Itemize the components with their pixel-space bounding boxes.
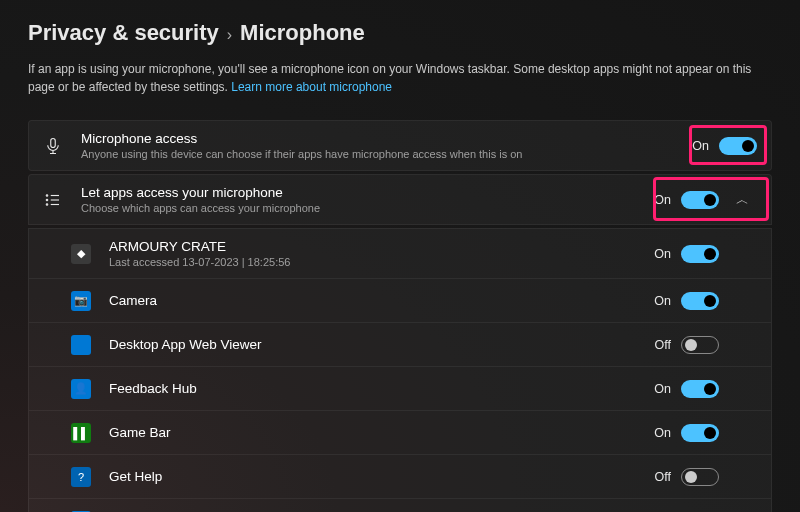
app-toggle[interactable] — [681, 336, 719, 354]
app-toggle[interactable] — [681, 380, 719, 398]
list-icon — [43, 190, 63, 210]
page-description: If an app is using your microphone, you'… — [28, 60, 772, 96]
app-toggle[interactable] — [681, 292, 719, 310]
svg-rect-0 — [51, 138, 56, 147]
app-row[interactable]: ?Get HelpOff — [28, 455, 772, 499]
app-row[interactable]: ◆ARMOURY CRATELast accessed 13-07-2023 |… — [28, 228, 772, 279]
app-name: Game Bar — [109, 425, 654, 440]
app-access-sub: Choose which apps can access your microp… — [81, 202, 654, 214]
app-icon: ▌▌ — [71, 423, 91, 443]
app-list: ◆ARMOURY CRATELast accessed 13-07-2023 |… — [28, 228, 772, 512]
mic-access-title: Microphone access — [81, 131, 692, 146]
app-state: On — [654, 426, 671, 440]
breadcrumb-current: Microphone — [240, 20, 365, 46]
app-state: Off — [655, 470, 671, 484]
chevron-up-icon[interactable]: ︿ — [727, 191, 757, 209]
app-state: On — [654, 294, 671, 308]
app-toggle[interactable] — [681, 245, 719, 263]
breadcrumb: Privacy & security › Microphone — [28, 20, 772, 46]
app-row[interactable]: ▌▌Game BarOn — [28, 411, 772, 455]
mic-access-state: On — [692, 139, 709, 153]
app-name: ARMOURY CRATE — [109, 239, 654, 254]
microphone-access-row[interactable]: Microphone access Anyone using this devi… — [28, 120, 772, 171]
app-access-state: On — [654, 193, 671, 207]
mic-access-sub: Anyone using this device can choose if t… — [81, 148, 692, 160]
app-row[interactable]: Desktop App Web ViewerOff — [28, 323, 772, 367]
svg-point-1 — [46, 194, 48, 196]
app-toggle[interactable] — [681, 468, 719, 486]
app-access-toggle[interactable] — [681, 191, 719, 209]
app-icon: 👤 — [71, 379, 91, 399]
app-icon: 📷 — [71, 291, 91, 311]
microphone-icon — [43, 136, 63, 156]
app-sub: Last accessed 13-07-2023 | 18:25:56 — [109, 256, 654, 268]
app-name: Desktop App Web Viewer — [109, 337, 655, 352]
app-access-title: Let apps access your microphone — [81, 185, 654, 200]
app-toggle[interactable] — [681, 424, 719, 442]
app-name: Feedback Hub — [109, 381, 654, 396]
svg-point-5 — [46, 203, 48, 205]
app-access-row[interactable]: Let apps access your microphone Choose w… — [28, 174, 772, 225]
breadcrumb-parent[interactable]: Privacy & security — [28, 20, 219, 46]
app-row[interactable]: 👤Feedback HubOn — [28, 367, 772, 411]
app-name: Camera — [109, 293, 654, 308]
chevron-right-icon: › — [227, 26, 232, 44]
app-row[interactable]: 🛍Microsoft StoreOn — [28, 499, 772, 512]
app-icon: ◆ — [71, 244, 91, 264]
app-state: On — [654, 247, 671, 261]
app-state: Off — [655, 338, 671, 352]
app-state: On — [654, 382, 671, 396]
svg-point-3 — [46, 199, 48, 201]
learn-more-link[interactable]: Learn more about microphone — [231, 80, 392, 94]
app-row[interactable]: 📷CameraOn — [28, 279, 772, 323]
app-icon — [71, 335, 91, 355]
mic-access-toggle[interactable] — [719, 137, 757, 155]
app-name: Get Help — [109, 469, 655, 484]
app-icon: ? — [71, 467, 91, 487]
